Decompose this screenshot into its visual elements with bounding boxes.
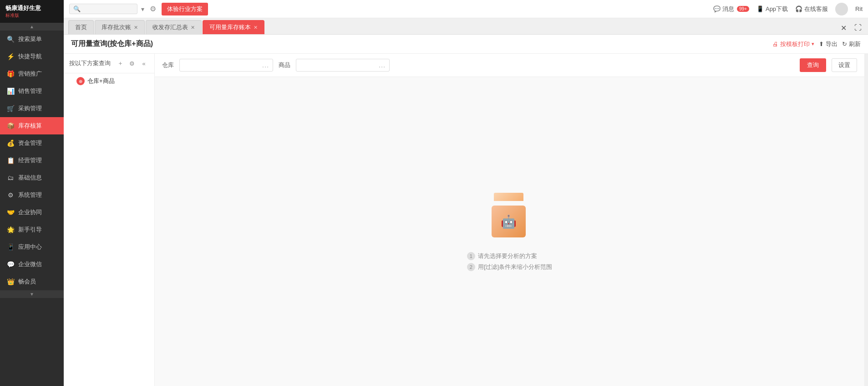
sidebar-item-label: 采购管理 — [18, 104, 42, 113]
tab-available-close[interactable]: ✕ — [254, 25, 258, 31]
scheme-item-warehouse-product[interactable]: ⊕ 仓库+商品 — [64, 73, 154, 89]
tab-summary[interactable]: 收发存汇总表 ✕ — [146, 20, 202, 34]
folder-icon: 🗂 — [6, 174, 15, 182]
main-area: 🔍 ▾ ⚙ 体验行业方案 💬 消息 99+ 📱 App下载 🎧 在线客服 Rit — [64, 0, 868, 386]
sidebar-item-label: 基础信息 — [18, 174, 42, 182]
sidebar-item-label: 企业协同 — [18, 208, 42, 216]
sidebar-item-sales[interactable]: 📊 销售管理 — [0, 82, 64, 100]
content-area: 按以下方案查询 ＋ ⚙ « ⊕ 仓库+商品 仓库 … 商品 — [64, 54, 868, 386]
handshake-icon: 🤝 — [6, 208, 15, 216]
settings-icon[interactable]: ⚙ — [148, 5, 158, 13]
sidebar-item-apps[interactable]: 📱 应用中心 — [0, 238, 64, 256]
hint-number-1: 1 — [467, 252, 475, 260]
refresh-button[interactable]: ↻ 刷新 — [842, 40, 861, 48]
sidebar-item-search[interactable]: 🔍 搜索菜单 — [0, 31, 64, 48]
sidebar-item-label: 库存核算 — [18, 122, 42, 130]
warehouse-dots-icon[interactable]: … — [262, 61, 269, 69]
empty-hint-1: 1 请先选择要分析的方案 — [467, 252, 552, 260]
avatar[interactable] — [835, 3, 848, 15]
app-edition: 标准版 — [5, 12, 58, 18]
printer-icon: 🖨 — [772, 41, 778, 47]
tab-summary-label: 收发存汇总表 — [152, 23, 188, 31]
product-filter-input[interactable]: … — [296, 59, 390, 72]
close-window-button[interactable]: ✕ — [837, 21, 850, 34]
print-button[interactable]: 🖨 按模板打印 ▾ — [772, 40, 814, 48]
tab-home-label: 首页 — [75, 23, 87, 31]
left-panel-header: 按以下方案查询 ＋ ⚙ « — [64, 54, 154, 73]
scheme-label: 仓库+商品 — [87, 77, 115, 85]
sidebar-item-wechat[interactable]: 💬 企业微信 — [0, 256, 64, 273]
sidebar-item-operation[interactable]: 📋 经营管理 — [0, 152, 64, 169]
add-scheme-button[interactable]: ＋ — [115, 58, 125, 68]
chat-icon: 💬 — [6, 260, 15, 268]
app-download-label: App下载 — [766, 5, 788, 13]
empty-state: 🤖 1 请先选择要分析的方案 2 用[过滤]条件来缩小分析范围 — [155, 77, 864, 386]
sidebar-item-shortcut[interactable]: ⚡ 快捷导航 — [0, 48, 64, 65]
hint-text-2: 用[过滤]条件来缩小分析范围 — [478, 263, 552, 271]
notification-badge: 99+ — [737, 6, 749, 12]
topbar-search-input[interactable] — [82, 6, 133, 12]
list-icon: 📋 — [6, 156, 15, 165]
sidebar-item-purchase[interactable]: 🛒 采购管理 — [0, 100, 64, 117]
phone-icon: 📱 — [6, 243, 15, 251]
username: Rit — [855, 5, 863, 12]
app-name: 畅康通好生意 — [5, 5, 41, 11]
settings-scheme-button[interactable]: ⚙ — [127, 58, 137, 68]
search-icon: 🔍 — [73, 5, 81, 12]
topbar-search-box[interactable]: 🔍 — [69, 4, 137, 14]
scheme-icon: ⊕ — [76, 77, 85, 85]
warehouse-filter-input[interactable]: … — [179, 59, 273, 72]
query-button[interactable]: 查询 — [800, 58, 826, 72]
app-download-button[interactable]: 📱 App下载 — [756, 5, 788, 13]
online-service-button[interactable]: 🎧 在线客服 — [795, 5, 828, 13]
sidebar-scroll-down[interactable]: ▼ — [0, 290, 64, 298]
sidebar-item-system[interactable]: ⚙ 系统管理 — [0, 186, 64, 204]
box-icon: 📦 — [6, 122, 15, 130]
sidebar-item-finance[interactable]: 💰 资金管理 — [0, 134, 64, 152]
empty-hint-2: 2 用[过滤]条件来缩小分析范围 — [467, 263, 552, 271]
tab-available-label: 可用量库存账本 — [209, 23, 251, 31]
tab-summary-close[interactable]: ✕ — [191, 25, 195, 31]
notifications-label: 消息 — [722, 5, 734, 13]
tab-home[interactable]: 首页 — [68, 20, 94, 34]
sidebar-item-cooperation[interactable]: 🤝 企业协同 — [0, 204, 64, 221]
product-dots-icon[interactable]: … — [378, 61, 386, 69]
sidebar-item-member[interactable]: 👑 畅会员 — [0, 273, 64, 290]
sidebar-item-marketing[interactable]: 🎁 营销推广 — [0, 65, 64, 82]
sidebar-header: 畅康通好生意 标准版 — [0, 0, 64, 23]
cart-icon: 🛒 — [6, 104, 15, 113]
warehouse-input[interactable] — [183, 62, 260, 69]
refresh-label: 刷新 — [849, 40, 861, 48]
sidebar-item-basic[interactable]: 🗂 基础信息 — [0, 169, 64, 186]
export-button[interactable]: ⬆ 导出 — [819, 40, 838, 48]
sidebar-item-inventory[interactable]: 📦 库存核算 — [0, 117, 64, 134]
print-dropdown-icon[interactable]: ▾ — [812, 41, 814, 47]
notifications-button[interactable]: 💬 消息 99+ — [713, 5, 749, 13]
sidebar-item-guide[interactable]: 🌟 新手引导 — [0, 221, 64, 238]
chart-icon: 📊 — [6, 87, 15, 95]
window-actions: ✕ ⛶ — [837, 21, 868, 34]
dropdown-arrow-icon[interactable]: ▾ — [141, 5, 144, 13]
empty-visual: 🤖 — [482, 192, 537, 247]
sidebar-item-label: 新手引导 — [18, 226, 42, 234]
filter-settings-button[interactable]: 设置 — [832, 58, 857, 72]
headset-icon: 🎧 — [795, 5, 802, 12]
sidebar: 畅康通好生意 标准版 ▲ 🔍 搜索菜单 ⚡ 快捷导航 🎁 营销推广 📊 销售管理… — [0, 0, 64, 386]
expand-window-button[interactable]: ⛶ — [852, 21, 864, 34]
tab-batch-close[interactable]: ✕ — [134, 25, 138, 31]
topbar: 🔍 ▾ ⚙ 体验行业方案 💬 消息 99+ 📱 App下载 🎧 在线客服 Rit — [64, 0, 868, 18]
filter-bar: 仓库 … 商品 … 查询 设置 — [155, 54, 864, 77]
right-scrollbar[interactable] — [864, 54, 868, 386]
sidebar-scroll-up[interactable]: ▲ — [0, 23, 64, 31]
warehouse-filter-label: 仓库 — [162, 61, 174, 69]
collapse-panel-button[interactable]: « — [139, 58, 149, 68]
sidebar-item-label: 搜索菜单 — [18, 35, 42, 43]
right-panel: 仓库 … 商品 … 查询 设置 — [155, 54, 864, 386]
page-actions: 🖨 按模板打印 ▾ ⬆ 导出 ↻ 刷新 — [772, 40, 861, 48]
industry-solution-button[interactable]: 体验行业方案 — [162, 3, 208, 15]
product-input[interactable] — [300, 62, 376, 69]
tab-available[interactable]: 可用量库存账本 ✕ — [203, 20, 264, 34]
tab-batch[interactable]: 库存批次账 ✕ — [95, 20, 145, 34]
sidebar-item-label: 快捷导航 — [18, 52, 42, 61]
sidebar-item-label: 企业微信 — [18, 260, 42, 268]
